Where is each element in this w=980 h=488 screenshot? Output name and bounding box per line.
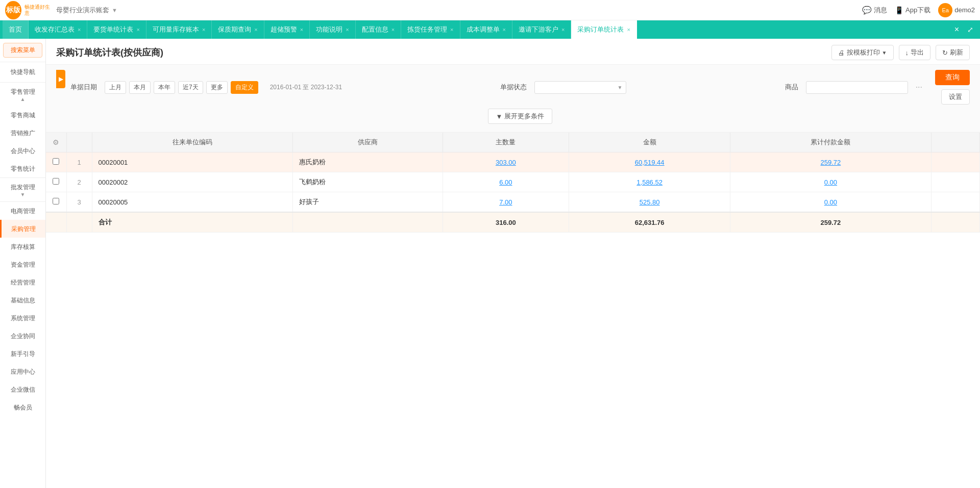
sidebar-item-jichu[interactable]: 基础信息 [0, 291, 45, 309]
more-options-icon[interactable]: ··· [916, 83, 922, 92]
print-dropdown-icon: ▼ [882, 50, 887, 56]
cell-supplier-0: 惠氏奶粉 [292, 152, 443, 172]
tab-keyong[interactable]: 可用量库存账本 × [146, 20, 212, 39]
sidebar-item-qiye[interactable]: 企业协同 [0, 327, 45, 345]
sidebar-search-area[interactable]: 搜索菜单 [0, 39, 45, 62]
date-btn-custom[interactable]: 自定义 [231, 81, 258, 94]
search-menu-button[interactable]: 搜索菜单 [3, 43, 42, 58]
date-btn-last-month[interactable]: 上月 [105, 81, 126, 94]
query-button[interactable]: 查询 [935, 70, 970, 85]
close-tab-caigou[interactable]: × [627, 27, 630, 33]
user-profile[interactable]: Ea demo2 [938, 3, 975, 17]
filter-row-1: 单据日期 上月 本月 本年 近7天 更多 自定义 2016-01-01 至 20… [70, 70, 970, 105]
nav-close-all-button[interactable]: × [950, 25, 963, 34]
table-header-row: ⚙ 往来单位编码 供应商 主数量 金额 累计付款金额 [46, 133, 980, 152]
filter-toggle-button[interactable]: ▶ [56, 70, 65, 88]
close-tab-peizhi[interactable]: × [391, 27, 395, 33]
cell-qty-2[interactable]: 7.00 [443, 192, 569, 213]
th-settings[interactable]: ⚙ [46, 133, 66, 152]
settings-button[interactable]: 设置 [941, 89, 970, 105]
footer-supplier-cell [292, 212, 443, 233]
sidebar-item-jingying[interactable]: 经营管理 [0, 273, 45, 291]
cell-num-1: 2 [66, 172, 92, 192]
sidebar-item-kucun[interactable]: 库存核算 [0, 238, 45, 255]
tab-yaohuo[interactable]: 要货单统计表 × [87, 20, 146, 39]
th-code: 往来单位编码 [92, 133, 292, 152]
footer-paid-cell: 259.72 [730, 212, 931, 233]
close-tab-tuohuo[interactable]: × [450, 27, 453, 33]
date-btn-more[interactable]: 更多 [206, 81, 228, 94]
sidebar-group-retail: 零售管理 ▲ 零售商城 营销推广 会员中心 零售统计 [0, 83, 45, 178]
app-download-button[interactable]: 📱 App下载 [895, 6, 930, 15]
close-tab-chaochu[interactable]: × [300, 27, 303, 33]
tab-caigou[interactable]: 采购订单统计表 × [571, 20, 636, 39]
tab-chaochu[interactable]: 超储预警 × [264, 20, 310, 39]
sidebar-item-xitong[interactable]: 系统管理 [0, 309, 45, 327]
sidebar-item-pifaguanli[interactable]: 批发管理 ▼ [0, 178, 45, 201]
th-paid: 累计付款金额 [730, 133, 931, 152]
footer-empty-cell [931, 212, 979, 233]
chevron-down-icon: ▼ [496, 113, 503, 120]
close-tab-baozhi[interactable]: × [254, 27, 257, 33]
expand-filter-button[interactable]: ▼ 展开更多条件 [488, 109, 553, 124]
cell-paid-2[interactable]: 0.00 [730, 192, 931, 213]
page-actions: 🖨 按模板打印 ▼ ↓ 导出 ↻ 刷新 [831, 45, 970, 60]
cell-checkbox-0[interactable] [46, 152, 66, 172]
export-button[interactable]: ↓ 导出 [899, 45, 931, 60]
page-header: 采购订单统计表(按供应商) 🖨 按模板打印 ▼ ↓ 导出 ↻ 刷新 [46, 39, 980, 65]
close-tab-keyong[interactable]: × [202, 27, 205, 33]
breadcrumb-text: 母婴行业演示账套 [56, 6, 109, 15]
goods-search-input[interactable] [806, 81, 908, 94]
tab-shoufa[interactable]: 收发存汇总表 × [29, 20, 87, 39]
close-tab-gongneng[interactable]: × [346, 27, 349, 33]
filter-area: ▶ 单据日期 上月 本月 本年 近7天 更多 自定义 2016-01-01 至 … [46, 65, 980, 133]
cell-amount-2[interactable]: 525.80 [569, 192, 730, 213]
date-btn-7days[interactable]: 近7天 [178, 81, 203, 94]
message-button[interactable]: 💬 消息 [862, 6, 887, 15]
sidebar-item-qiyeweixin[interactable]: 企业微信 [0, 380, 45, 398]
sidebar-item-yingxiao[interactable]: 营销推广 [0, 124, 45, 142]
cell-qty-1[interactable]: 6.00 [443, 172, 569, 192]
cell-qty-0[interactable]: 303.00 [443, 152, 569, 172]
date-btn-this-year[interactable]: 本年 [154, 81, 175, 94]
tab-gongneng[interactable]: 功能说明 × [310, 20, 355, 39]
nav-expand-button[interactable]: ⤢ [963, 25, 977, 34]
tab-tuohuo[interactable]: 拣货任务管理 × [401, 20, 460, 39]
cell-amount-1[interactable]: 1,586.52 [569, 172, 730, 192]
cell-checkbox-1[interactable] [46, 172, 66, 192]
refresh-button[interactable]: ↻ 刷新 [936, 45, 970, 60]
status-select[interactable] [534, 81, 626, 94]
tab-baozhi[interactable]: 保质期查询 × [212, 20, 264, 39]
sidebar-item-lingshous[interactable]: 零售商城 [0, 106, 45, 124]
sidebar-item-changhui[interactable]: 畅会员 [0, 398, 45, 416]
close-tab-chengben[interactable]: × [503, 27, 506, 33]
sidebar-item-quick-nav[interactable]: 快捷导航 [0, 65, 45, 80]
print-button[interactable]: 🖨 按模板打印 ▼ [831, 45, 894, 60]
cell-paid-1[interactable]: 0.00 [730, 172, 931, 192]
breadcrumb-arrow-icon[interactable]: ▼ [112, 7, 117, 13]
tab-peizhi[interactable]: 配置信息 × [356, 20, 401, 39]
sidebar-item-lingshosheji[interactable]: 零售管理 ▲ [0, 83, 45, 106]
cell-num-0: 1 [66, 152, 92, 172]
close-tab-yaohuo[interactable]: × [136, 27, 139, 33]
sidebar-item-caigouguanli[interactable]: 采购管理 [0, 220, 45, 238]
cell-amount-0[interactable]: 60,519.44 [569, 152, 730, 172]
sidebar-item-huiyuan[interactable]: 会员中心 [0, 142, 45, 160]
close-tab-shoufa[interactable]: × [78, 27, 81, 33]
column-settings-icon[interactable]: ⚙ [53, 138, 59, 146]
tab-yaoqing[interactable]: 邀请下游客户 × [512, 20, 571, 39]
cell-paid-0[interactable]: 259.72 [730, 152, 931, 172]
sidebar-item-xinshou[interactable]: 新手引导 [0, 345, 45, 363]
sidebar-item-yingyong[interactable]: 应用中心 [0, 363, 45, 380]
sidebar-item-dianshang[interactable]: 电商管理 [0, 202, 45, 220]
cell-code-1: 00020002 [92, 172, 292, 192]
date-btn-this-month[interactable]: 本月 [129, 81, 151, 94]
close-tab-yaoqing[interactable]: × [561, 27, 565, 33]
tab-chengben[interactable]: 成本调整单 × [460, 20, 512, 39]
sidebar-item-lingshoutj[interactable]: 零售统计 [0, 160, 45, 177]
sidebar-item-zijin[interactable]: 资金管理 [0, 255, 45, 273]
nav-tabs-bar: 首页 收发存汇总表 × 要货单统计表 × 可用量库存账本 × 保质期查询 × 超… [0, 20, 980, 39]
tab-home[interactable]: 首页 [3, 20, 29, 39]
cell-checkbox-2[interactable] [46, 192, 66, 213]
refresh-icon: ↻ [942, 49, 948, 57]
